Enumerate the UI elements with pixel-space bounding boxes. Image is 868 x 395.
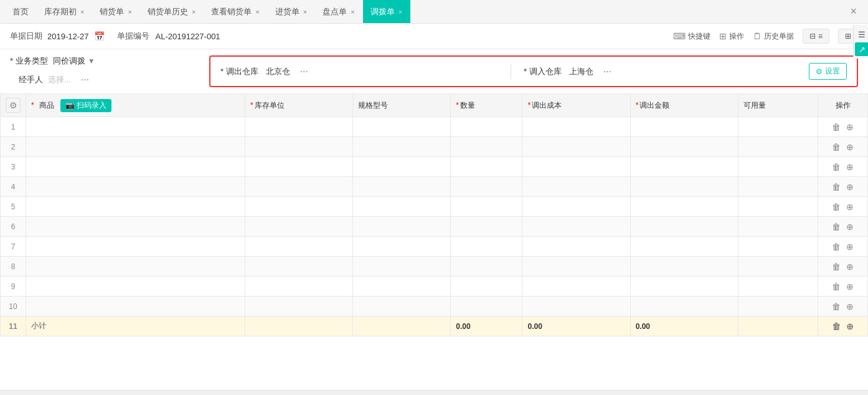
cell-unit[interactable]: [245, 297, 353, 316]
cell-spec[interactable]: [353, 177, 451, 197]
cell-qty[interactable]: [451, 157, 522, 177]
cell-amount[interactable]: [630, 217, 738, 237]
cell-qty[interactable]: [451, 277, 522, 297]
tab-inventory-check[interactable]: 盘点单 ×: [315, 0, 362, 23]
cell-unit[interactable]: [245, 117, 353, 137]
cell-qty[interactable]: [451, 177, 522, 197]
cell-product[interactable]: [26, 117, 245, 137]
tab-transfer-order-close[interactable]: ×: [399, 8, 402, 16]
copy-row-icon[interactable]: ⊕: [846, 242, 854, 252]
cell-spec[interactable]: [353, 117, 451, 137]
cell-cost[interactable]: [522, 217, 630, 237]
calendar-icon[interactable]: 📅: [94, 31, 105, 41]
copy-icon[interactable]: ⊕: [846, 321, 854, 331]
delete-row-icon[interactable]: 🗑: [832, 162, 841, 172]
copy-row-icon[interactable]: ⊕: [846, 202, 854, 212]
cell-product[interactable]: [26, 197, 245, 217]
delete-row-icon[interactable]: 🗑: [832, 222, 841, 232]
cell-cost[interactable]: [522, 157, 630, 177]
cell-product[interactable]: [26, 137, 245, 157]
tab-purchase-order[interactable]: 进货单 ×: [268, 0, 315, 23]
cell-qty[interactable]: [451, 137, 522, 157]
cell-unit[interactable]: [245, 157, 353, 177]
cell-product[interactable]: [26, 157, 245, 177]
tab-inventory-init[interactable]: 库存期初 ×: [37, 0, 92, 23]
tab-sales-history-close[interactable]: ×: [192, 8, 196, 16]
tab-sales-order-close[interactable]: ×: [128, 8, 131, 16]
cell-qty[interactable]: [451, 297, 522, 316]
copy-row-icon[interactable]: ⊕: [846, 182, 854, 192]
cell-product[interactable]: [26, 217, 245, 237]
transfer-in-value[interactable]: 上海仓: [569, 66, 593, 77]
tab-inventory-check-close[interactable]: ×: [351, 8, 354, 16]
shortcuts-button[interactable]: ⌨ 快捷键: [673, 31, 710, 42]
delete-row-icon[interactable]: 🗑: [832, 122, 841, 132]
cell-unit[interactable]: [245, 277, 353, 297]
cell-cost[interactable]: [522, 297, 630, 316]
cell-cost[interactable]: [522, 257, 630, 277]
tab-home[interactable]: 首页: [5, 0, 37, 23]
cell-spec[interactable]: [353, 237, 451, 257]
copy-row-icon[interactable]: ⊕: [846, 142, 854, 152]
horizontal-scrollbar[interactable]: [0, 390, 868, 395]
cell-spec[interactable]: [353, 277, 451, 297]
cell-unit[interactable]: [245, 217, 353, 237]
cell-amount[interactable]: [630, 297, 738, 316]
transfer-out-value[interactable]: 北京仓: [266, 66, 290, 77]
copy-row-icon[interactable]: ⊕: [846, 162, 854, 172]
cell-amount[interactable]: [630, 177, 738, 197]
cell-cost[interactable]: [522, 277, 630, 297]
cell-cost[interactable]: [522, 137, 630, 157]
cell-cost[interactable]: [522, 117, 630, 137]
copy-row-icon[interactable]: ⊕: [846, 262, 854, 272]
cell-spec[interactable]: [353, 157, 451, 177]
cell-amount[interactable]: [630, 117, 738, 137]
cell-amount[interactable]: [630, 157, 738, 177]
transfer-out-more-icon[interactable]: ···: [300, 66, 308, 77]
date-field[interactable]: 单据日期 2019-12-27 📅: [10, 31, 105, 42]
cell-cost[interactable]: [522, 197, 630, 217]
cell-spec[interactable]: [353, 217, 451, 237]
warehouse-setting-button[interactable]: ⚙ 设置: [809, 63, 847, 80]
cell-spec[interactable]: [353, 137, 451, 157]
handler-more-icon[interactable]: ···: [81, 74, 89, 85]
scan-button[interactable]: 📷 扫码录入: [60, 99, 111, 112]
cell-product[interactable]: [26, 297, 245, 316]
delete-row-icon[interactable]: 🗑: [832, 202, 841, 212]
cell-spec[interactable]: [353, 297, 451, 316]
cell-spec[interactable]: [353, 197, 451, 217]
cell-amount[interactable]: [630, 237, 738, 257]
cell-qty[interactable]: [451, 117, 522, 137]
business-type-select[interactable]: 同价调拨 ▼: [53, 55, 95, 67]
tab-sales-order[interactable]: 销货单 ×: [92, 0, 139, 23]
tab-inventory-init-close[interactable]: ×: [80, 8, 84, 16]
column-settings-icon[interactable]: ⚙: [6, 98, 21, 113]
cell-unit[interactable]: [245, 237, 353, 257]
cell-spec[interactable]: [353, 257, 451, 277]
delete-row-icon[interactable]: 🗑: [832, 282, 841, 292]
window-close-button[interactable]: ×: [844, 5, 863, 18]
cell-amount[interactable]: [630, 137, 738, 157]
delete-row-icon[interactable]: 🗑: [832, 242, 841, 252]
cell-product[interactable]: [26, 237, 245, 257]
tab-purchase-order-close[interactable]: ×: [303, 8, 307, 16]
delete-row-icon[interactable]: 🗑: [832, 302, 841, 312]
operations-button[interactable]: ⊞ 操作: [719, 31, 744, 42]
cell-unit[interactable]: [245, 177, 353, 197]
cell-product[interactable]: [26, 257, 245, 277]
cell-qty[interactable]: [451, 257, 522, 277]
cell-amount[interactable]: [630, 257, 738, 277]
delete-row-icon[interactable]: 🗑: [832, 182, 841, 192]
delete-icon[interactable]: 🗑: [832, 321, 841, 331]
delete-row-icon[interactable]: 🗑: [832, 142, 841, 152]
tab-sales-history[interactable]: 销货单历史 ×: [140, 0, 204, 23]
cell-unit[interactable]: [245, 257, 353, 277]
copy-row-icon[interactable]: ⊕: [846, 122, 854, 132]
tab-view-sales[interactable]: 查看销货单 ×: [204, 0, 267, 23]
delete-row-icon[interactable]: 🗑: [832, 262, 841, 272]
cell-cost[interactable]: [522, 177, 630, 197]
sidebar-external-icon[interactable]: ↗: [855, 42, 868, 56]
copy-row-icon[interactable]: ⊕: [846, 222, 854, 232]
cell-amount[interactable]: [630, 277, 738, 297]
sidebar-list-icon[interactable]: ☰: [855, 27, 868, 41]
